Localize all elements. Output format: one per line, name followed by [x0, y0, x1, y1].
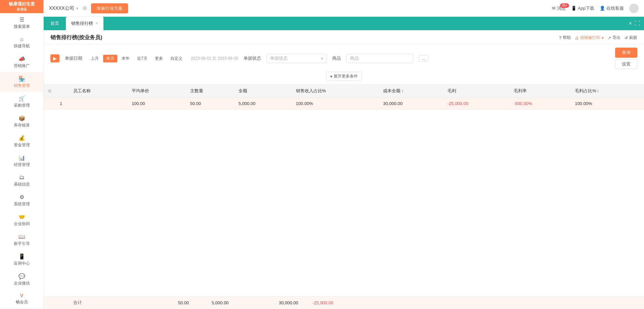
table-header: ⚙ 员工名称 平均单价 主数量 全额: [44, 85, 644, 98]
user-avatar[interactable]: [629, 4, 639, 13]
help-button[interactable]: ? 帮助: [559, 35, 571, 41]
data-table: ⚙ 员工名称 平均单价 主数量 全额: [44, 85, 644, 110]
th-rank: [56, 85, 69, 98]
sidebar-item-member[interactable]: V 畅会员: [0, 290, 43, 308]
page-header: 销售排行榜(按业务员) ? 帮助 🖨 按模板打印 ▾ ↗ 导出 ↺ 刷新: [44, 30, 644, 44]
date-btn-more[interactable]: 更多: [152, 55, 166, 62]
tab-sales-ranking[interactable]: 销售排行榜 ×: [66, 17, 103, 30]
refresh-button[interactable]: ↺ 刷新: [625, 35, 637, 41]
app-center-icon: 📱: [18, 253, 25, 260]
settings-button[interactable]: 设置: [615, 59, 637, 69]
date-btn-current-month[interactable]: 本月: [103, 55, 117, 62]
refresh-icon: ↺: [625, 36, 628, 40]
sidebar-item-label: 基础信息: [14, 182, 30, 187]
th-gross-rate: 毛利率: [510, 85, 571, 98]
sidebar-item-enterprise[interactable]: 🤝 企业协同: [0, 210, 43, 230]
logo-title: 畅康通好生意: [9, 1, 35, 7]
query-button[interactable]: 查询: [615, 48, 637, 58]
tab-maximize-icon[interactable]: ⛶: [635, 20, 640, 27]
filter-row: ▶ 单据日期 上月 本月 本年 近7天 更多 自定义 2023-06-01 至 …: [50, 48, 637, 69]
message-button[interactable]: ✉ 消息 99+: [552, 5, 566, 11]
date-btn-this-year[interactable]: 本年: [119, 55, 133, 62]
date-btn-last-month[interactable]: 上月: [88, 55, 102, 62]
filter-expand-row: ▾ 展开更多条件: [50, 72, 637, 81]
sidebar-item-label: 畅会员: [16, 299, 28, 305]
sidebar-item-label: 搜索菜单: [14, 24, 30, 30]
topbar-settings-icon[interactable]: ⚙: [82, 5, 87, 11]
sidebar-item-app-center[interactable]: 📱 应用中心: [0, 250, 43, 270]
status-select-value: 单据状态: [270, 55, 288, 61]
th-gross-pct: 毛利占比% ℹ: [571, 85, 644, 98]
sidebar: 畅康通好生意 标准版 ☰ 搜索菜单 ⌂ 快捷导航 📣 营销推广 🏪 销售管理 🛒…: [0, 0, 44, 309]
td-amount: 5,000.00: [234, 98, 292, 110]
tab-home[interactable]: 首页: [44, 17, 66, 30]
filter-expand-arrow[interactable]: ▶: [50, 54, 59, 62]
sidebar-item-label: 资金管理: [14, 142, 30, 148]
sales-icon: 🏪: [18, 75, 25, 82]
page-actions: ? 帮助 🖨 按模板打印 ▾ ↗ 导出 ↺ 刷新: [559, 35, 637, 41]
expand-conditions-btn[interactable]: ▾ 展开更多条件: [326, 72, 362, 81]
export-button[interactable]: ↗ 导出: [608, 35, 620, 41]
topbar-right: ✉ 消息 99+ 📱 App下载 👤 在线客服: [552, 4, 639, 13]
date-btn-custom[interactable]: 自定义: [167, 55, 185, 62]
enterprise-icon: 🤝: [18, 214, 25, 220]
goods-input[interactable]: 商品: [346, 54, 414, 63]
sidebar-item-search-order[interactable]: ☰ 搜索菜单: [0, 13, 43, 33]
print-button[interactable]: 🖨 按模板打印 ▾: [575, 35, 604, 41]
sidebar-item-label: 新手引导: [14, 241, 30, 247]
sidebar-item-marketing[interactable]: 📣 营销推广: [0, 52, 43, 72]
sidebar-item-quick-nav[interactable]: ⌂ 快捷导航: [0, 33, 43, 52]
company-chevron-icon: ▾: [76, 6, 78, 11]
sidebar-item-system[interactable]: ⚙ 系统管理: [0, 191, 43, 210]
help-icon: ?: [559, 36, 561, 40]
message-icon: ✉: [552, 6, 556, 11]
print-icon: 🖨: [575, 36, 579, 40]
td-sales-pct: 100.00%: [292, 98, 379, 110]
tab-close-window-icon[interactable]: ×: [629, 20, 632, 27]
inventory-icon: 📦: [18, 115, 25, 121]
message-badge: 99+: [560, 3, 569, 8]
sidebar-item-guide[interactable]: 📖 新手引导: [0, 230, 43, 250]
company-name: XXXXX公司: [49, 5, 74, 11]
footer-amount: 5,000.00: [208, 300, 241, 305]
expand-icon: ▾: [330, 74, 332, 79]
topbar: XXXXX公司 ▾ ⚙ 体验行业方案 ✉ 消息 99+ 📱 App下载 👤 在线…: [44, 0, 644, 17]
base-info-icon: 🗂: [19, 174, 25, 181]
operations-icon: 📊: [18, 155, 25, 161]
status-label: 单据状态: [244, 55, 261, 61]
status-select[interactable]: 单据状态 ▾: [266, 54, 327, 63]
page-title: 销售排行榜(按业务员): [50, 34, 102, 41]
td-settings: [44, 98, 56, 110]
sidebar-item-base-info[interactable]: 🗂 基础信息: [0, 171, 43, 191]
sidebar-item-sales[interactable]: 🏪 销售管理: [0, 72, 43, 92]
sidebar-item-finance[interactable]: 💰 资金管理: [0, 132, 43, 151]
tab-close-icon[interactable]: ×: [96, 21, 98, 26]
system-icon: ⚙: [19, 194, 24, 200]
th-avg-price: 平均单价: [128, 85, 186, 98]
date-buttons: 上月 本月 本年 近7天 更多 自定义: [88, 55, 185, 62]
trial-button[interactable]: 体验行业方案: [91, 3, 128, 13]
company-selector[interactable]: XXXXX公司 ▾: [49, 5, 78, 11]
sidebar-item-operations[interactable]: 📊 经营管理: [0, 151, 43, 171]
column-settings-icon[interactable]: ⚙: [48, 89, 52, 94]
td-gross-rate: -500.00%: [510, 98, 571, 110]
cost-info-icon: ℹ: [402, 89, 403, 93]
tab-label: 销售排行榜: [71, 20, 93, 27]
footer-qty: 50.00: [174, 300, 208, 305]
print-chevron-icon: ▾: [602, 36, 604, 40]
online-support-button[interactable]: 👤 在线客服: [600, 5, 624, 11]
status-chevron-icon: ▾: [321, 56, 323, 61]
sidebar-item-label: 采购管理: [14, 103, 30, 108]
table-row: 1 100.00 50.00 5,000.00: [44, 98, 644, 110]
filter-action-btns: 查询 设置: [615, 48, 637, 69]
sidebar-item-inventory[interactable]: 📦 库存核算: [0, 112, 43, 132]
app-download-button[interactable]: 📱 App下载: [571, 5, 594, 11]
more-filters-btn[interactable]: ...: [419, 55, 428, 62]
sidebar-item-wechat[interactable]: 💬 企业微信: [0, 270, 43, 290]
support-icon: 👤: [600, 6, 605, 11]
date-btn-7days[interactable]: 近7天: [134, 55, 151, 62]
th-name: 员工名称: [69, 85, 128, 98]
finance-icon: 💰: [18, 135, 25, 141]
td-gross: -25,000.00: [443, 98, 510, 110]
sidebar-item-purchase[interactable]: 🛒 采购管理: [0, 92, 43, 112]
